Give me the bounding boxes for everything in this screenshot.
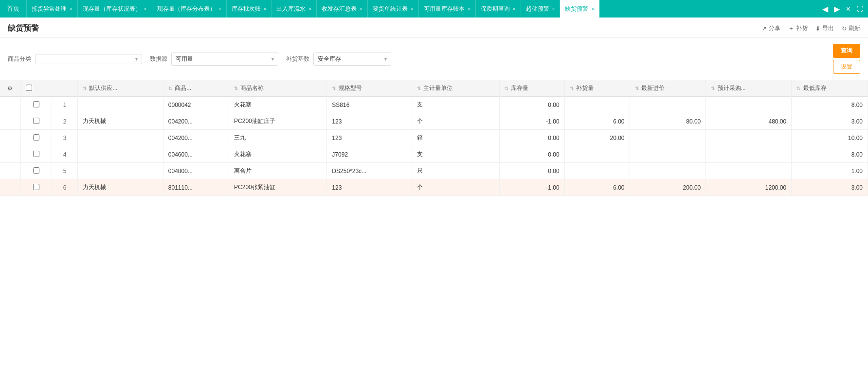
table-body: 10000042火花塞SS816支0.008.002力天机械004200...P… (0, 97, 868, 196)
row-estimated-purchase-3 (706, 146, 792, 163)
datasource-filter-group: 数据源 可用量 ▾ (150, 53, 278, 66)
row-checkbox-4[interactable] (33, 167, 39, 174)
nav-tab-overstock-warning[interactable]: 超储预警× (521, 0, 561, 18)
row-product-name-4: 离合片 (229, 163, 327, 179)
row-num-4: 5 (52, 163, 78, 179)
nav-tab-batch-account[interactable]: 库存批次账× (227, 0, 272, 18)
row-stock-qty-4: 0.00 (499, 163, 564, 179)
nav-tab-label-stock-status: 现存量（库存状况表） (83, 5, 141, 13)
datasource-select[interactable]: 可用量 ▾ (171, 53, 278, 66)
category-select[interactable]: ▾ (35, 54, 142, 64)
nav-tab-label-overstock-warning: 超储预警 (526, 5, 549, 13)
header-actions: ↗ 分享 ＋ 补货 ⬇ 导出 ↻ 刷新 (762, 24, 860, 33)
th-replenish-qty[interactable]: ⇅ 补货量 (564, 80, 630, 97)
th-estimated-purchase[interactable]: ⇅ 预计采购... (706, 80, 792, 97)
row-latest-price-4 (630, 163, 706, 179)
replenish-base-select[interactable]: 安全库存 ▾ (313, 53, 391, 66)
row-checkbox-1[interactable] (33, 118, 39, 124)
datasource-label: 数据源 (150, 55, 167, 63)
th-replenish-qty-label: 补货量 (576, 85, 594, 91)
nav-fullscreen-button[interactable]: ⛶ (854, 0, 866, 18)
row-product-name-1: PC200油缸庄子 (229, 113, 327, 130)
nav-tab-close-stock-status[interactable]: × (144, 6, 147, 12)
th-product-code[interactable]: ⇅ 商品... (163, 80, 229, 97)
row-spec-2: 123 (327, 130, 412, 146)
nav-tab-close-receive-summary[interactable]: × (360, 6, 362, 12)
nav-tab-close-overstock-warning[interactable]: × (552, 6, 555, 12)
share-label: 分享 (769, 24, 780, 33)
nav-tab-shortage-warning[interactable]: 缺货预警× (560, 0, 599, 18)
th-stock-qty-label: 库存量 (511, 85, 528, 91)
nav-tab-close-demand-stats[interactable]: × (411, 6, 414, 12)
row-checkbox-2[interactable] (33, 134, 39, 141)
nav-tab-close-available-ledger[interactable]: × (468, 6, 470, 12)
page-title: 缺货预警 (8, 23, 762, 34)
th-latest-price[interactable]: ⇅ 最新进价 (630, 80, 706, 97)
th-spec-label: 规格型号 (339, 85, 362, 91)
nav-tab-home[interactable]: 首页 (0, 0, 27, 18)
nav-prev-button[interactable]: ◀ (819, 0, 831, 18)
nav-next-button[interactable]: ▶ (831, 0, 843, 18)
row-num-5: 6 (52, 179, 78, 196)
settings-button[interactable]: 设置 (833, 60, 860, 74)
row-supplier-4 (77, 163, 163, 179)
row-num-1: 2 (52, 113, 78, 130)
nav-tab-demand-stats[interactable]: 要货单统计表× (368, 0, 419, 18)
row-replenish-qty-5: 6.00 (564, 179, 630, 196)
th-settings[interactable]: ⚙ (0, 80, 20, 97)
th-min-stock[interactable]: ⇅ 最低库存 (792, 80, 868, 97)
nav-tab-expiry-query[interactable]: 保质期查询× (476, 0, 521, 18)
replenish-qty-sort-icon: ⇅ (570, 86, 574, 91)
export-button[interactable]: ⬇ 导出 (815, 24, 834, 33)
row-estimated-purchase-2 (706, 130, 792, 146)
row-replenish-qty-3 (564, 146, 630, 163)
row-checkbox-3[interactable] (33, 151, 39, 157)
replenish-button[interactable]: ＋ 补货 (788, 24, 808, 33)
share-button[interactable]: ↗ 分享 (762, 24, 780, 33)
row-checkbox-0[interactable] (33, 101, 39, 107)
select-all-checkbox[interactable] (26, 85, 32, 91)
nav-tab-chain-exception[interactable]: 拣货异常处理× (27, 0, 78, 18)
nav-tab-available-ledger[interactable]: 可用量库存账本× (419, 0, 476, 18)
row-spec-4: DS250*23c... (327, 163, 412, 179)
th-spec[interactable]: ⇅ 规格型号 (327, 80, 412, 97)
refresh-label: 刷新 (849, 24, 860, 33)
th-unit[interactable]: ⇅ 主计量单位 (412, 80, 500, 97)
th-stock-qty[interactable]: ⇅ 库存量 (499, 80, 564, 97)
row-gear-1 (0, 113, 20, 130)
nav-tab-close-expiry-query[interactable]: × (513, 6, 516, 12)
nav-tab-close-stock-dist[interactable]: × (218, 6, 221, 12)
nav-tab-label-chain-exception: 拣货异常处理 (32, 5, 67, 13)
row-checkbox-5[interactable] (33, 184, 39, 190)
nav-tab-close-inout-flow[interactable]: × (308, 6, 311, 12)
th-supplier[interactable]: ⇅ 默认供应... (77, 80, 163, 97)
row-latest-price-1: 80.00 (630, 113, 706, 130)
row-stock-qty-3: 0.00 (499, 146, 564, 163)
row-unit-0: 支 (412, 97, 500, 113)
row-checkbox-cell-2 (20, 130, 52, 146)
row-spec-5: 123 (327, 179, 412, 196)
replenish-icon: ＋ (788, 24, 794, 33)
datasource-chevron-icon: ▾ (271, 56, 274, 62)
nav-tab-receive-summary[interactable]: 收发存汇总表× (317, 0, 368, 18)
nav-tab-close-batch-account[interactable]: × (264, 6, 267, 12)
nav-tab-close-shortage-warning[interactable]: × (591, 6, 594, 12)
row-min-stock-5: 3.00 (792, 179, 868, 196)
nav-tab-stock-dist[interactable]: 现存量（库存分布表）× (152, 0, 227, 18)
nav-close-button[interactable]: ✕ (843, 0, 854, 18)
category-filter-group: 商品分类 ▾ (8, 54, 142, 64)
nav-tab-stock-status[interactable]: 现存量（库存状况表）× (78, 0, 152, 18)
nav-tab-close-chain-exception[interactable]: × (70, 6, 72, 12)
latest-price-sort-icon: ⇅ (635, 86, 639, 91)
row-estimated-purchase-5: 1200.00 (706, 179, 792, 196)
row-product-code-5: 801110... (163, 179, 229, 196)
row-checkbox-cell-5 (20, 179, 52, 196)
product-code-sort-icon: ⇅ (168, 86, 172, 91)
th-product-code-label: 商品... (175, 85, 191, 91)
th-product-name[interactable]: ⇅ 商品名称 (229, 80, 327, 97)
query-button[interactable]: 查询 (833, 44, 860, 58)
row-replenish-qty-0 (564, 97, 630, 113)
filter-bar: 商品分类 ▾ 数据源 可用量 ▾ 补货基数 安全库存 ▾ 查询 设置 (0, 38, 868, 80)
nav-tab-inout-flow[interactable]: 出入库流水× (271, 0, 317, 18)
refresh-button[interactable]: ↻ 刷新 (842, 24, 860, 33)
